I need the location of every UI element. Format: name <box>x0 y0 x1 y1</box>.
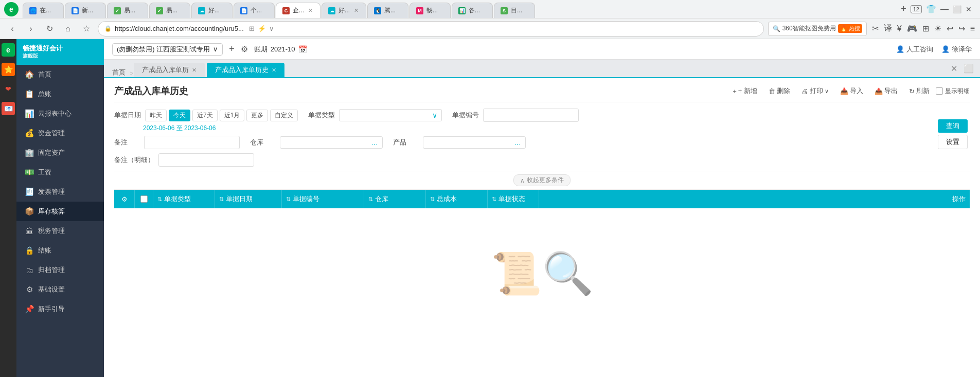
print-button[interactable]: 🖨 打印 ∨ <box>796 84 834 98</box>
new-tab-button[interactable]: + <box>901 4 906 14</box>
browser-tab-8[interactable]: ☁ 好... ✕ <box>322 3 366 18</box>
forward-button[interactable]: › <box>24 22 38 36</box>
browser-app-icon[interactable]: e <box>4 2 19 16</box>
date-btn-7days[interactable]: 近7天 <box>192 110 218 121</box>
delete-button[interactable]: 🗑 删除 <box>763 84 795 98</box>
remark-search-input[interactable] <box>144 136 240 149</box>
browser-tab-5[interactable]: ☁ 好... <box>191 3 233 18</box>
browser-tab-1[interactable]: 🌐 在... <box>23 3 64 18</box>
search-box[interactable]: 🔍 360智能抠图免费用 🔥 热搜 <box>768 22 867 36</box>
sidebar-item-report[interactable]: 📊 云报表中心 <box>16 104 104 123</box>
browser-tab-3[interactable]: ✔ 易... <box>107 3 148 18</box>
maximize-button[interactable]: ⬜ <box>953 5 961 13</box>
address-bar[interactable]: 🔒 https://cloud.chanjet.com/accounting/u… <box>98 21 764 37</box>
sidebar-item-invoice[interactable]: 🧾 发票管理 <box>16 182 104 202</box>
address-dropdown[interactable]: ⊞ <box>249 25 255 32</box>
th-checkbox[interactable] <box>135 190 153 208</box>
sidebar-item-tax[interactable]: 🏛 税务管理 <box>16 221 104 241</box>
sidebar-item-ledger[interactable]: 📋 总账 <box>16 84 104 104</box>
export-button[interactable]: 📤 导出 <box>869 84 903 98</box>
sidebar-item-settings[interactable]: ⚙ 基础设置 <box>16 280 104 299</box>
user-info[interactable]: 👤 徐泽华 <box>941 45 972 54</box>
company-selector[interactable]: (勿删勿禁用) 江西服宝测试专用 ∨ <box>112 43 223 56</box>
date-btn-1month[interactable]: 近1月 <box>220 110 245 121</box>
th-status[interactable]: ⇅ 单据状态 <box>488 190 539 208</box>
sidebar-item-inventory[interactable]: 📦 库存核算 <box>16 202 104 221</box>
sidebar-item-home[interactable]: 🏠 首页 <box>16 65 104 84</box>
refresh-button[interactable]: ↻ 刷新 <box>904 84 935 98</box>
theme-icon[interactable]: ☀ <box>934 24 941 33</box>
th-date[interactable]: ⇅ 单据日期 <box>215 190 282 208</box>
page-tab-list-close[interactable]: ✕ <box>192 67 197 74</box>
translate-icon[interactable]: 译 <box>884 23 892 34</box>
redo-icon[interactable]: ↪ <box>958 24 965 33</box>
sidebar-icon-1[interactable]: ⭐ <box>2 63 15 76</box>
game-icon[interactable]: 🎮 <box>907 24 917 33</box>
address-chevron[interactable]: ∨ <box>269 25 274 32</box>
date-btn-yesterday[interactable]: 昨天 <box>145 110 167 121</box>
browser-tab-12[interactable]: S 目... <box>494 3 535 18</box>
add-company-button[interactable]: + <box>229 44 235 55</box>
sidebar-icon-2[interactable]: ❤ <box>2 82 15 96</box>
more-icon[interactable]: ≡ <box>970 24 975 33</box>
sidebar-item-salary[interactable]: 💵 工资 <box>16 163 104 182</box>
display-toggle-checkbox[interactable] <box>936 87 943 95</box>
browser-tab-9[interactable]: 🐧 腾... <box>367 3 408 18</box>
remark-detail-input[interactable] <box>158 153 254 167</box>
query-button[interactable]: 查询 <box>938 119 968 133</box>
back-button[interactable]: ‹ <box>5 22 20 36</box>
tab-close-7[interactable]: ✕ <box>307 7 314 14</box>
import-button[interactable]: 📥 导入 <box>835 84 868 98</box>
th-settings[interactable]: ⚙ <box>114 190 135 208</box>
warehouse-select[interactable]: … <box>280 136 383 149</box>
tab-close-8[interactable]: ✕ <box>353 7 360 14</box>
th-number[interactable]: ⇅ 单据编号 <box>282 190 364 208</box>
date-btn-more[interactable]: 更多 <box>246 110 268 121</box>
page-tab-list[interactable]: 产成品入库单历 ✕ <box>134 63 205 77</box>
browser-tab-6[interactable]: 📄 个... <box>234 3 275 18</box>
settings-button[interactable]: 设置 <box>938 135 968 149</box>
settings-company-button[interactable]: ⚙ <box>241 44 248 54</box>
browser-tab-11[interactable]: 📊 各... <box>452 3 493 18</box>
undo-icon[interactable]: ↩ <box>947 24 953 33</box>
th-warehouse[interactable]: ⇅ 仓库 <box>364 190 426 208</box>
sidebar-item-close[interactable]: 🔒 结账 <box>16 241 104 260</box>
page-tab-history[interactable]: 产成品入库单历史 ✕ <box>207 63 284 77</box>
breadcrumb-home[interactable]: 首页 <box>108 68 130 77</box>
th-checkbox-box[interactable] <box>140 195 148 203</box>
sidebar-item-archive[interactable]: 🗂 归档管理 <box>16 260 104 280</box>
home-button[interactable]: ⌂ <box>61 22 75 36</box>
product-select[interactable]: … <box>423 136 526 149</box>
app-logo-icon[interactable]: e <box>2 43 15 57</box>
scissors-icon[interactable]: ✂ <box>872 24 879 33</box>
calendar-icon[interactable]: 📅 <box>298 45 307 53</box>
th-cost[interactable]: ⇅ 总成本 <box>426 190 488 208</box>
date-btn-today[interactable]: 今天 <box>169 110 190 121</box>
sidebar-item-fixed[interactable]: 🏢 固定资产 <box>16 143 104 163</box>
browser-tab-2[interactable]: 📄 新... <box>65 3 106 18</box>
support-link[interactable]: 👤 人工咨询 <box>896 45 933 54</box>
right-panel-close[interactable]: ✕ <box>947 64 961 74</box>
th-cost-label: 总成本 <box>437 194 457 204</box>
browser-tab-10[interactable]: M 畅... <box>409 3 451 18</box>
extension-icon[interactable]: 👕 <box>926 4 936 14</box>
sidebar-item-newentry[interactable]: 📌 新手引导 <box>16 299 104 319</box>
browser-tab-7[interactable]: C 企... ✕ <box>276 3 320 18</box>
add-button[interactable]: + + 新增 <box>727 84 762 98</box>
sidebar-icon-3[interactable]: 📧 <box>2 102 15 115</box>
number-search-input[interactable] <box>483 109 579 122</box>
right-panel-expand[interactable]: ⬜ <box>961 64 976 74</box>
type-select[interactable]: ∨ <box>339 109 442 121</box>
page-tab-history-close[interactable]: ✕ <box>272 67 276 74</box>
close-window-button[interactable]: ✕ <box>966 5 972 13</box>
grid-icon[interactable]: ⊞ <box>922 24 929 33</box>
wallet-icon[interactable]: ¥ <box>897 24 902 33</box>
browser-tab-4[interactable]: ✔ 易... <box>149 3 190 18</box>
minimize-button[interactable]: — <box>940 5 949 14</box>
sidebar-item-fund[interactable]: 💰 资金管理 <box>16 123 104 143</box>
refresh-button[interactable]: ↻ <box>42 22 57 36</box>
collapse-button[interactable]: ∧ 收起更多条件 <box>513 174 571 186</box>
date-btn-custom[interactable]: 自定义 <box>270 110 298 121</box>
th-type[interactable]: ⇅ 单据类型 <box>153 190 215 208</box>
bookmark-button[interactable]: ☆ <box>79 22 94 36</box>
